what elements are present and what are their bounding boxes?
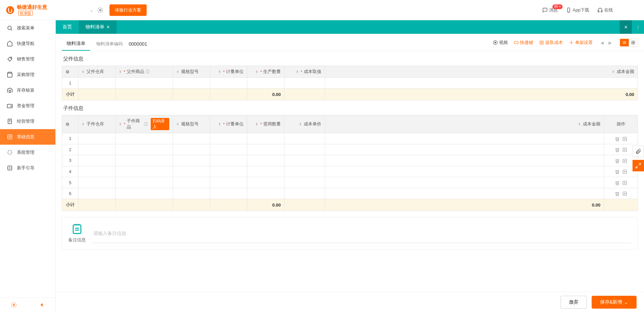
view-grid-button[interactable] <box>629 39 638 46</box>
add-row-icon[interactable] <box>622 147 627 152</box>
wallet-icon <box>7 103 13 109</box>
sidebar-item-label: 基础信息 <box>17 134 34 140</box>
company-selector[interactable]: ⌄ <box>70 7 93 13</box>
svg-point-25 <box>541 42 542 43</box>
table-row[interactable]: 5 <box>62 177 638 188</box>
col-child-spec[interactable]: ▲▼规格型号 <box>173 115 210 133</box>
tab-close-all-button[interactable]: ✕ <box>620 20 632 34</box>
delete-row-icon[interactable] <box>615 180 620 185</box>
sidebar-item-system[interactable]: 系统管理 <box>0 145 55 160</box>
col-child-needqty[interactable]: ▲▼*需用数量 <box>247 115 284 133</box>
delete-row-icon[interactable] <box>615 169 620 174</box>
close-icon[interactable]: ✕ <box>106 25 110 29</box>
clipboard-icon <box>7 118 13 124</box>
col-child-product[interactable]: ▲▼*子件商品ⓘ扫码录入 <box>116 115 173 133</box>
shortcut-link[interactable]: 快捷键 <box>514 40 533 46</box>
table-row[interactable]: 2 <box>62 144 638 155</box>
play-icon <box>493 40 498 45</box>
table-row[interactable]: 4 <box>62 166 638 177</box>
remarks-input[interactable] <box>92 223 631 243</box>
table-row[interactable]: 1 <box>62 133 638 144</box>
svg-rect-18 <box>8 166 12 170</box>
settings-icon[interactable] <box>97 7 103 13</box>
sidebar-item-quicknav[interactable]: 快捷导航 <box>0 36 55 51</box>
col-parent-qty[interactable]: ▲▼*生产数量 <box>247 66 284 78</box>
search-icon <box>7 25 13 31</box>
bag-icon <box>7 72 13 78</box>
tab-home[interactable]: 首页 <box>56 20 79 34</box>
col-parent-amount[interactable]: ▲▼成本金额 <box>325 66 638 78</box>
code-label: 物料清单编码 <box>96 41 123 47</box>
col-parent-costbasis[interactable]: ▲▼*成本取值 <box>284 66 325 78</box>
table-config-button[interactable]: ⚙ <box>62 66 78 78</box>
messages-link[interactable]: 消息 99 + <box>542 7 558 13</box>
table-config-button[interactable]: ⚙ <box>62 115 78 133</box>
sidebar-item-purchase[interactable]: 采购管理 <box>0 67 55 82</box>
add-row-icon[interactable] <box>622 136 627 141</box>
col-child-warehouse[interactable]: ▲▼子件仓库 <box>78 115 116 133</box>
prev-doc-button[interactable]: ◀ <box>599 39 605 46</box>
tab-bom[interactable]: 物料清单 ✕ <box>79 20 117 34</box>
svg-rect-33 <box>634 43 635 44</box>
col-parent-spec[interactable]: ▲▼规格型号 <box>173 66 210 78</box>
delete-row-icon[interactable] <box>615 136 620 141</box>
extract-cost-link[interactable]: 提取成本 <box>539 40 563 46</box>
add-row-icon[interactable] <box>622 169 627 174</box>
view-list-button[interactable] <box>620 39 629 46</box>
attachment-button[interactable] <box>633 146 644 157</box>
col-parent-warehouse[interactable]: ▲▼父件仓库 <box>78 66 116 78</box>
sidebar-item-inventory[interactable]: 库存核算 <box>0 82 55 98</box>
col-child-unit[interactable]: ▲▼*计量单位 <box>210 115 247 133</box>
add-row-icon[interactable] <box>622 180 627 185</box>
page-tab-bom[interactable]: 物料清单 <box>62 37 90 51</box>
sidebar-item-business[interactable]: 经营管理 <box>0 114 55 129</box>
svg-rect-32 <box>631 43 633 44</box>
col-parent-product[interactable]: ▲▼*父件商品ⓘ <box>116 66 173 78</box>
table-row[interactable]: 1 <box>62 78 638 89</box>
help-icon[interactable]: ⓘ <box>146 69 150 75</box>
collapse-sidebar-icon[interactable] <box>39 302 45 308</box>
sidebar-item-search[interactable]: 搜索菜单 <box>0 20 55 36</box>
svg-point-6 <box>10 58 11 58</box>
svg-point-1 <box>100 9 101 11</box>
settings-bottom-icon[interactable] <box>11 302 17 308</box>
gear-icon <box>569 40 574 45</box>
col-parent-unit[interactable]: ▲▼*计量单位 <box>210 66 247 78</box>
content-area: 父件信息 ⚙ ▲▼父件仓库 ▲▼*父件商品ⓘ ▲▼规格型号 ▲▼*计量单位 ▲▼… <box>56 51 644 292</box>
sidebar-item-label: 经营管理 <box>17 118 34 124</box>
next-doc-button[interactable]: ▶ <box>607 39 614 46</box>
tab-more-button[interactable]: ⋮ <box>632 20 644 34</box>
experience-button[interactable]: 体验行业方案 <box>109 4 147 16</box>
delete-row-icon[interactable] <box>615 191 620 196</box>
online-support-link[interactable]: 在线 <box>597 7 613 13</box>
sidebar-item-guide[interactable]: 新手引导 <box>0 160 55 176</box>
subtotal-row: 小计 0.00 0.00 <box>62 199 638 211</box>
help-icon[interactable]: ⓘ <box>144 121 148 127</box>
svg-line-59 <box>636 166 638 168</box>
save-and-new-button[interactable]: 保存&新增⌄ <box>592 296 637 309</box>
guide-icon <box>7 165 13 171</box>
delete-row-icon[interactable] <box>615 147 620 152</box>
scan-input-button[interactable]: 扫码录入 <box>151 118 169 130</box>
table-row[interactable]: 3 <box>62 155 638 166</box>
tab-label: 物料清单 <box>85 24 104 30</box>
col-child-amount[interactable]: ▲▼成本金额 <box>325 115 604 133</box>
svg-marker-22 <box>495 42 496 44</box>
remarks-label: 备注信息 <box>68 237 86 243</box>
video-link[interactable]: 视频 <box>493 40 508 46</box>
delete-row-icon[interactable] <box>615 158 620 163</box>
sidebar-item-sales[interactable]: 销售管理 <box>0 51 55 67</box>
discard-button[interactable]: 放弃 <box>561 296 587 309</box>
app-download-link[interactable]: App下载 <box>566 7 589 13</box>
header-right: 消息 99 + App下载 在线 <box>542 7 639 13</box>
table-row[interactable]: 6 <box>62 188 638 199</box>
svg-rect-24 <box>540 41 543 44</box>
doc-settings-link[interactable]: 单据设置 <box>569 40 593 46</box>
add-row-icon[interactable] <box>622 191 627 196</box>
fullscreen-button[interactable] <box>633 160 644 171</box>
sidebar-item-funds[interactable]: 资金管理 <box>0 98 55 114</box>
sidebar-item-basicinfo[interactable]: 基础信息 <box>0 129 55 145</box>
user-avatar[interactable] <box>621 7 639 13</box>
col-child-unitcost[interactable]: ▲▼成本单价 <box>284 115 325 133</box>
add-row-icon[interactable] <box>622 158 627 163</box>
